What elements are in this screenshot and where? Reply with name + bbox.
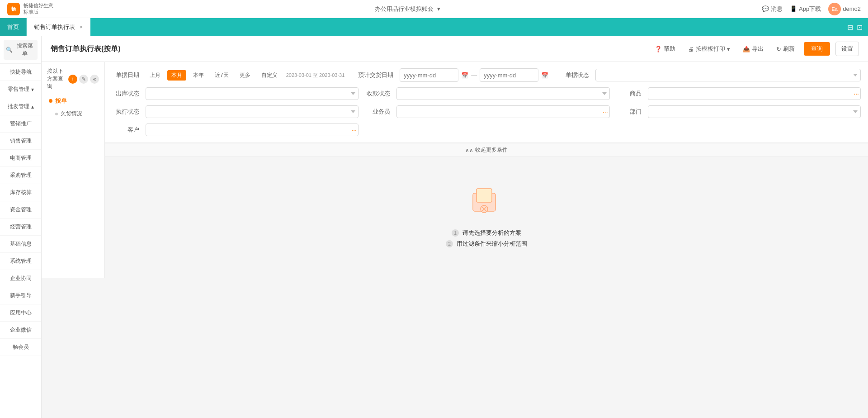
forecast-start-input[interactable] (400, 68, 458, 82)
sidebar-item-wholesale[interactable]: 批发管理 ▴ (0, 98, 41, 115)
sidebar-search-btn[interactable]: 🔍 搜索菜单 (4, 40, 38, 60)
logo-icon: 畅 (7, 3, 20, 15)
status-select[interactable] (595, 69, 861, 81)
tab-home[interactable]: 首页 (0, 18, 27, 36)
salesman-input-wrap: ··· (396, 105, 609, 118)
logo-text: 畅捷信好生意 标准版 (24, 3, 53, 14)
collapse-bar[interactable]: ∧∧ 收起更多条件 (105, 143, 868, 157)
message-icon: 💬 (762, 5, 769, 12)
help-btn[interactable]: ❓ 帮助 (651, 43, 679, 55)
sidebar-item-system[interactable]: 系统管理 (0, 253, 41, 270)
tab-close-btn[interactable]: × (80, 24, 83, 30)
sidebar-item-sales[interactable]: 销售管理 (0, 133, 41, 150)
chevron-down-icon: ▾ (31, 86, 34, 93)
sidebar-item-operations[interactable]: 经营管理 (0, 218, 41, 236)
set-btn[interactable]: 设置 (835, 42, 859, 56)
delivery-select[interactable] (146, 87, 359, 100)
scheme-add-btn[interactable]: + (68, 75, 77, 84)
date-custom-btn[interactable]: 自定义 (257, 70, 282, 81)
download-icon: 📱 (790, 5, 797, 12)
sidebar-item-wechat[interactable]: 企业微信 (0, 322, 41, 339)
tab-active[interactable]: 销售订单执行表 × (27, 18, 90, 36)
empty-hint-1: 1 请先选择要分析的方案 (452, 229, 521, 237)
sidebar-item-ecommerce[interactable]: 电商管理 (0, 150, 41, 167)
product-group: 商品 ··· (614, 87, 861, 100)
refresh-btn[interactable]: ↻ 刷新 (773, 43, 798, 55)
sidebar-item-purchase[interactable]: 采购管理 (0, 167, 41, 184)
sidebar-item-basics[interactable]: 基础信息 (0, 236, 41, 253)
sidebar-item-retail[interactable]: 零售管理 ▾ (0, 81, 41, 98)
sidebar-item-marketing[interactable]: 营销推广 (0, 115, 41, 133)
product-input[interactable] (648, 87, 861, 100)
date-range-display: 2023-03-01 至 2023-03-31 (286, 72, 345, 79)
status-select-wrap (595, 69, 861, 81)
search-icon: 🔍 (6, 47, 13, 53)
salesman-input[interactable] (396, 105, 609, 118)
sidebar-item-enterprise[interactable]: 企业协同 (0, 270, 41, 287)
sidebar-item-quick-nav[interactable]: 快捷导航 (0, 64, 41, 81)
print-btn[interactable]: 🖨 按模板打印 ▾ (684, 43, 734, 55)
date-year-btn[interactable]: 本年 (189, 70, 208, 81)
date-label: 单据日期 (112, 71, 139, 79)
date-7days-btn[interactable]: 近7天 (211, 70, 233, 81)
status-label: 单据状态 (562, 71, 589, 79)
sidebar-item-guide[interactable]: 新手引导 (0, 287, 41, 304)
print-icon: 🖨 (688, 46, 694, 52)
sidebar-item-finance[interactable]: 资金管理 (0, 201, 41, 218)
avatar: Ea (828, 3, 841, 15)
empty-illustration (468, 184, 505, 222)
export-icon: 📤 (743, 46, 750, 52)
exec-status-group: 执行状态 (112, 105, 359, 118)
tab-fullscreen-btn[interactable]: ⊡ (857, 23, 863, 32)
forecast-end-input[interactable] (480, 68, 538, 82)
scheme-edit-btn[interactable]: ✎ (79, 75, 88, 84)
logo-area: 畅 畅捷信好生意 标准版 (7, 3, 53, 15)
query-btn[interactable]: 查询 (804, 42, 830, 56)
scheme-item-order[interactable]: 按单 (45, 94, 101, 108)
calendar-icon2[interactable]: 📅 (541, 72, 548, 79)
forecast-label: 预计交货日期 (358, 71, 393, 79)
sidebar-search-area: 🔍 搜索菜单 (0, 36, 41, 64)
sidebar-item-inventory[interactable]: 库存核算 (0, 184, 41, 201)
chevron-down-icon[interactable]: ▾ (437, 5, 440, 12)
date-more-btn[interactable]: 更多 (236, 70, 255, 81)
payment-select[interactable] (396, 87, 609, 100)
date-current-month-btn[interactable]: 本月 (167, 70, 186, 81)
forecast-date-group: 预计交货日期 📅 — 📅 (358, 68, 548, 82)
chevron-up-icon: ▴ (31, 104, 34, 110)
status-filter-group: 单据状态 (562, 69, 861, 81)
breadcrumb: 办公用品行业模拟账套 ▾ (375, 5, 440, 13)
customer-input[interactable] (146, 124, 359, 136)
empty-hint-2: 2 用过滤条件来缩小分析范围 (446, 240, 527, 248)
delivery-select-wrap (146, 87, 359, 100)
dept-select[interactable] (648, 105, 861, 118)
tab-minimize-btn[interactable]: ⊟ (847, 23, 853, 32)
customer-dots-btn[interactable]: ··· (351, 126, 357, 133)
user-avatar-area[interactable]: Ea demo2 (828, 3, 861, 15)
page-actions: ❓ 帮助 🖨 按模板打印 ▾ 📤 导出 ↻ 刷新 查询 设置 (651, 42, 859, 56)
date-prev-month-btn[interactable]: 上月 (146, 70, 165, 81)
scheme-collapse-btn[interactable]: « (90, 75, 99, 84)
filter-row-2: 出库状态 收款状态 (112, 87, 861, 100)
payment-status-group: 收款状态 (363, 87, 609, 100)
main-content: 单据日期 上月 本月 本年 近7天 更多 自定义 2023-03-01 至 20… (105, 62, 868, 278)
product-dots-btn[interactable]: ··· (854, 90, 859, 97)
salesman-dots-btn[interactable]: ··· (603, 108, 608, 115)
header-right: 💬 消息 📱 App下载 Ea demo2 (762, 3, 861, 15)
scheme-item-shortage[interactable]: 欠货情况 (45, 108, 101, 120)
app-download-btn[interactable]: 📱 App下载 (790, 5, 821, 13)
help-icon: ❓ (655, 46, 662, 52)
sidebar-item-members[interactable]: 畅会员 (0, 339, 41, 356)
refresh-icon: ↻ (776, 46, 781, 52)
salesman-label: 业务员 (363, 108, 390, 116)
top-header: 畅 畅捷信好生意 标准版 办公用品行业模拟账套 ▾ 💬 消息 📱 App下载 E… (0, 0, 868, 18)
collapse-icon: ∧∧ (465, 147, 473, 153)
sidebar: 🔍 搜索菜单 快捷导航 零售管理 ▾ 批发管理 ▴ 营销推广 销售管理 电商管理… (0, 36, 42, 418)
export-btn[interactable]: 📤 导出 (739, 43, 767, 55)
calendar-icon[interactable]: 📅 (461, 72, 468, 79)
exec-select-wrap (146, 105, 359, 118)
message-btn[interactable]: 💬 消息 (762, 5, 783, 13)
sidebar-item-apps[interactable]: 应用中心 (0, 304, 41, 322)
payment-label: 收款状态 (363, 90, 390, 98)
exec-select[interactable] (146, 105, 359, 118)
